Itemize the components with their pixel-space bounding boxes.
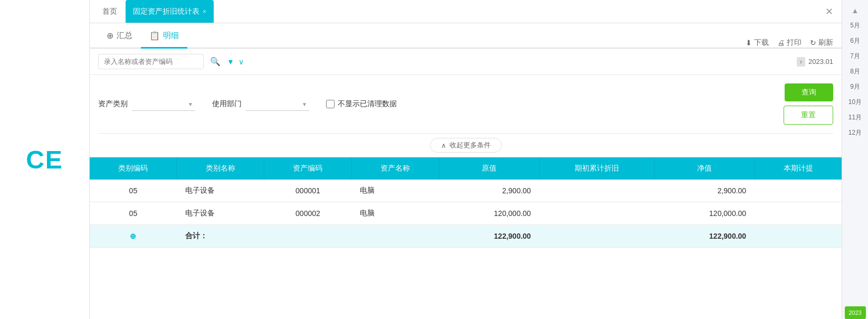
summary-icon: ⊕ [107, 31, 113, 41]
table-row[interactable]: 05 电子设备 000001 电脑 2,900.00 2,900.00 [90, 180, 842, 202]
collapse-label: 收起更多条件 [450, 140, 491, 150]
cell-asset-code: 000002 [264, 202, 352, 225]
tab-detail-label: 明细 [163, 31, 179, 41]
total-accumulated-depreciation [539, 225, 654, 248]
tab-detail[interactable]: 📋 明细 [141, 24, 187, 49]
filter-icon: ▼ [227, 58, 234, 66]
print-icon: 🖨 [777, 39, 785, 47]
chevron-down-icon: ∨ [239, 58, 244, 66]
more-conditions-button[interactable]: ▼ ∨ [227, 58, 244, 66]
filter-area: 资产类别 使用部门 不显示已清理数据 [90, 75, 842, 157]
sidebar-months: 5月6月7月8月9月10月11月12月 [845, 18, 866, 140]
col-original-value: 原值 [439, 157, 539, 180]
search-input[interactable] [98, 54, 204, 69]
filter-asset-category: 资产类别 [98, 98, 195, 111]
asset-category-select-wrapper [132, 98, 195, 111]
total-net-value: 122,900.00 [654, 225, 755, 248]
print-button[interactable]: 🖨 打印 [777, 38, 802, 48]
col-asset-name: 资产名称 [351, 157, 439, 180]
refresh-button[interactable]: ↻ 刷新 [810, 38, 833, 48]
sidebar-month-item[interactable]: 9月 [845, 79, 866, 95]
search-icon[interactable]: 🔍 [210, 57, 221, 67]
sidebar-month-item[interactable]: 6月 [845, 33, 866, 49]
cell-current-depreciation [755, 202, 842, 225]
top-nav: 首页 固定资产折旧统计表 × ✕ [90, 0, 842, 23]
cell-category-name: 电子设备 [177, 180, 264, 202]
date-prev-button[interactable]: › [797, 57, 805, 67]
sidebar-month-item[interactable]: 8月 [845, 64, 866, 79]
logo-text: CE [26, 145, 63, 174]
department-select-wrapper [246, 98, 309, 111]
tab-bar: ⊕ 汇总 📋 明细 ⬇ 下载 🖨 打印 ↻ 刷新 [90, 23, 842, 49]
total-icon-cell: ⊕ [90, 225, 177, 248]
cell-asset-name: 电脑 [351, 202, 439, 225]
department-select[interactable] [246, 98, 309, 111]
cell-original-value: 2,900.00 [439, 180, 539, 202]
download-button[interactable]: ⬇ 下载 [746, 38, 769, 48]
cell-accumulated-depreciation [539, 180, 654, 202]
window-close-button[interactable]: ✕ [825, 6, 833, 17]
print-label: 打印 [787, 38, 802, 48]
hide-cleared-checkbox[interactable] [326, 100, 335, 108]
total-label: 合计： [177, 225, 352, 248]
active-tab[interactable]: 固定资产折旧统计表 × [126, 0, 214, 23]
date-value: 2023.01 [808, 58, 833, 65]
cell-category-code: 05 [90, 202, 177, 225]
nav-home[interactable]: 首页 [98, 7, 121, 16]
hide-cleared-filter: 不显示已清理数据 [326, 99, 397, 109]
sidebar-month-item[interactable]: 12月 [845, 125, 866, 140]
collapse-button[interactable]: ∧ 收起更多条件 [430, 138, 502, 153]
refresh-label: 刷新 [818, 38, 833, 48]
hide-cleared-label: 不显示已清理数据 [338, 99, 397, 109]
sidebar-month-item[interactable]: 11月 [845, 110, 866, 125]
tab-close-button[interactable]: × [203, 8, 206, 15]
asset-category-label: 资产类别 [98, 99, 128, 109]
total-current-depreciation [755, 225, 842, 248]
download-label: 下载 [754, 38, 769, 48]
collapse-icon: ∧ [441, 142, 446, 149]
total-empty [351, 225, 439, 248]
cell-asset-code: 000001 [264, 180, 352, 202]
total-row: ⊕ 合计： 122,900.00 122,900.00 [90, 225, 842, 248]
reset-button[interactable]: 重置 [784, 106, 833, 125]
sidebar-nav-up[interactable]: ▲ [850, 4, 861, 17]
logo-area: CE [0, 0, 90, 319]
cell-accumulated-depreciation [539, 202, 654, 225]
col-category-name: 类别名称 [177, 157, 264, 180]
filter-department: 使用部门 [212, 98, 309, 111]
date-display: › 2023.01 [797, 57, 833, 67]
tab-summary-label: 汇总 [117, 31, 132, 41]
download-icon: ⬇ [746, 39, 752, 47]
asset-category-select[interactable] [132, 98, 195, 111]
table-header-row: 类别编码 类别名称 资产编码 资产名称 原值 期初累计折旧 净值 本期计提 [90, 157, 842, 180]
data-table: 类别编码 类别名称 资产编码 资产名称 原值 期初累计折旧 净值 本期计提 05… [90, 157, 842, 248]
search-bar: 🔍 ▼ ∨ › 2023.01 [90, 49, 842, 75]
collapse-bar: ∧ 收起更多条件 [98, 133, 833, 157]
col-net-value: 净值 [654, 157, 755, 180]
active-tab-label: 固定资产折旧统计表 [133, 7, 199, 16]
sidebar-year[interactable]: 2023 [845, 306, 866, 319]
main-content: 首页 固定资产折旧统计表 × ✕ ⊕ 汇总 📋 明细 ⬇ 下载 🖨 打印 [90, 0, 842, 319]
total-original-value: 122,900.00 [439, 225, 539, 248]
detail-icon: 📋 [149, 31, 160, 41]
cell-original-value: 120,000.00 [439, 202, 539, 225]
col-asset-code: 资产编码 [264, 157, 352, 180]
cell-category-code: 05 [90, 180, 177, 202]
col-category-code: 类别编码 [90, 157, 177, 180]
sidebar-month-item[interactable]: 10月 [845, 95, 866, 110]
refresh-icon: ↻ [810, 39, 816, 47]
query-button[interactable]: 查询 [785, 83, 833, 101]
department-label: 使用部门 [212, 99, 242, 109]
tab-summary[interactable]: ⊕ 汇总 [98, 24, 141, 49]
toolbar: ⬇ 下载 🖨 打印 ↻ 刷新 [746, 38, 833, 48]
table-row[interactable]: 05 电子设备 000002 电脑 120,000.00 120,000.00 [90, 202, 842, 225]
cell-asset-name: 电脑 [351, 180, 439, 202]
col-accumulated-depreciation: 期初累计折旧 [539, 157, 654, 180]
cell-net-value: 120,000.00 [654, 202, 755, 225]
right-sidebar: ▲ 5月6月7月8月9月10月11月12月 2023 [842, 0, 868, 319]
cell-category-name: 电子设备 [177, 202, 264, 225]
sidebar-month-item[interactable]: 5月 [845, 18, 866, 33]
filter-row: 资产类别 使用部门 不显示已清理数据 [98, 83, 833, 125]
sidebar-month-item[interactable]: 7月 [845, 49, 866, 64]
action-buttons: 查询 重置 [784, 83, 833, 125]
